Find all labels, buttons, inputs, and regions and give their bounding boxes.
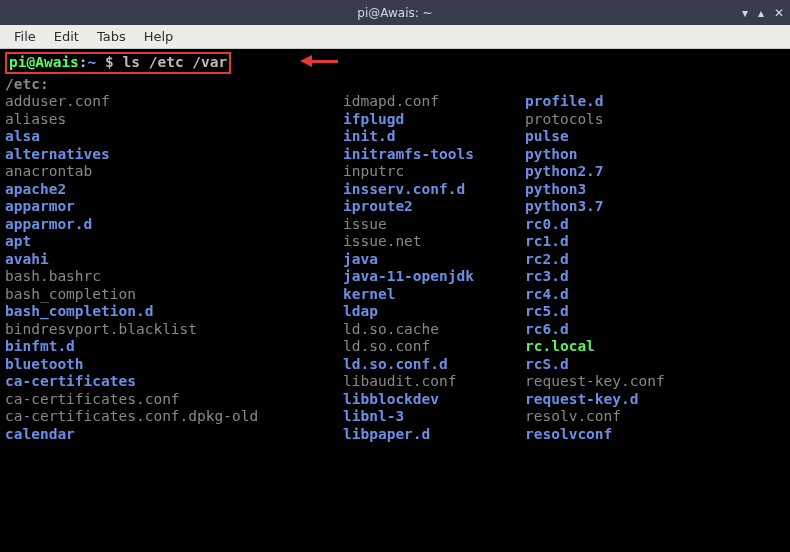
list-item: rc6.d: [525, 321, 665, 339]
list-item: pulse: [525, 128, 665, 146]
prompt-highlight-box: pi@Awais:~ $ ls /etc /var: [5, 52, 231, 74]
list-item: python2.7: [525, 163, 665, 181]
list-item: ifplugd: [343, 111, 525, 129]
list-item: binfmt.d: [5, 338, 343, 356]
list-item: avahi: [5, 251, 343, 269]
list-item: calendar: [5, 426, 343, 444]
titlebar: pi@Awais: ~ ▾ ▴ ✕: [0, 0, 790, 25]
list-item: ld.so.cache: [343, 321, 525, 339]
list-item: alsa: [5, 128, 343, 146]
list-item: request-key.conf: [525, 373, 665, 391]
prompt-at: @: [26, 54, 35, 70]
list-item: python3.7: [525, 198, 665, 216]
list-item: request-key.d: [525, 391, 665, 409]
list-item: rc.local: [525, 338, 665, 356]
list-item: apparmor: [5, 198, 343, 216]
ls-col-2: idmapd.confifplugdinit.dinitramfs-toolsi…: [343, 93, 525, 443]
terminal[interactable]: pi@Awais:~ $ ls /etc /var /etc: adduser.…: [0, 49, 790, 552]
list-item: idmapd.conf: [343, 93, 525, 111]
menu-file[interactable]: File: [6, 27, 44, 46]
list-item: ldap: [343, 303, 525, 321]
list-item: apache2: [5, 181, 343, 199]
list-item: python: [525, 146, 665, 164]
list-item: adduser.conf: [5, 93, 343, 111]
list-item: bash.bashrc: [5, 268, 343, 286]
list-item: ld.so.conf: [343, 338, 525, 356]
prompt-dollar: $: [96, 54, 122, 70]
list-item: rc5.d: [525, 303, 665, 321]
prompt-colon: :: [79, 54, 88, 70]
ls-col-3: profile.dprotocolspulsepythonpython2.7py…: [525, 93, 665, 443]
list-item: apparmor.d: [5, 216, 343, 234]
list-item: rc4.d: [525, 286, 665, 304]
menubar: File Edit Tabs Help: [0, 25, 790, 49]
list-item: bash_completion.d: [5, 303, 343, 321]
list-item: kernel: [343, 286, 525, 304]
annotation-arrow-icon: [300, 55, 340, 67]
prompt-user: pi: [9, 54, 26, 70]
list-item: ca-certificates.conf: [5, 391, 343, 409]
ls-col-1: adduser.confaliasesalsaalternativesanacr…: [5, 93, 343, 443]
list-item: ca-certificates.conf.dpkg-old: [5, 408, 343, 426]
list-item: protocols: [525, 111, 665, 129]
prompt-host: Awais: [35, 54, 79, 70]
ls-columns: adduser.confaliasesalsaalternativesanacr…: [5, 93, 785, 443]
list-item: iproute2: [343, 198, 525, 216]
list-item: aliases: [5, 111, 343, 129]
list-item: libpaper.d: [343, 426, 525, 444]
list-item: bash_completion: [5, 286, 343, 304]
list-item: inputrc: [343, 163, 525, 181]
list-item: issue.net: [343, 233, 525, 251]
prompt-command: ls /etc /var: [123, 54, 228, 70]
close-icon[interactable]: ✕: [774, 6, 784, 20]
window-controls: ▾ ▴ ✕: [742, 6, 784, 20]
list-item: ld.so.conf.d: [343, 356, 525, 374]
list-item: apt: [5, 233, 343, 251]
list-item: profile.d: [525, 93, 665, 111]
list-item: resolv.conf: [525, 408, 665, 426]
list-item: java: [343, 251, 525, 269]
list-item: rc2.d: [525, 251, 665, 269]
list-item: python3: [525, 181, 665, 199]
list-item: resolvconf: [525, 426, 665, 444]
list-item: rc3.d: [525, 268, 665, 286]
list-item: libaudit.conf: [343, 373, 525, 391]
list-item: libblockdev: [343, 391, 525, 409]
maximize-icon[interactable]: ▴: [758, 6, 764, 20]
list-item: init.d: [343, 128, 525, 146]
window-title: pi@Awais: ~: [357, 6, 432, 20]
menu-edit[interactable]: Edit: [46, 27, 87, 46]
list-item: rcS.d: [525, 356, 665, 374]
list-item: bindresvport.blacklist: [5, 321, 343, 339]
menu-tabs[interactable]: Tabs: [89, 27, 134, 46]
list-item: rc1.d: [525, 233, 665, 251]
list-item: bluetooth: [5, 356, 343, 374]
ls-header-etc: /etc:: [5, 76, 785, 94]
menu-help[interactable]: Help: [136, 27, 182, 46]
list-item: insserv.conf.d: [343, 181, 525, 199]
list-item: rc0.d: [525, 216, 665, 234]
list-item: libnl-3: [343, 408, 525, 426]
list-item: anacrontab: [5, 163, 343, 181]
list-item: java-11-openjdk: [343, 268, 525, 286]
list-item: ca-certificates: [5, 373, 343, 391]
list-item: issue: [343, 216, 525, 234]
minimize-icon[interactable]: ▾: [742, 6, 748, 20]
list-item: initramfs-tools: [343, 146, 525, 164]
list-item: alternatives: [5, 146, 343, 164]
